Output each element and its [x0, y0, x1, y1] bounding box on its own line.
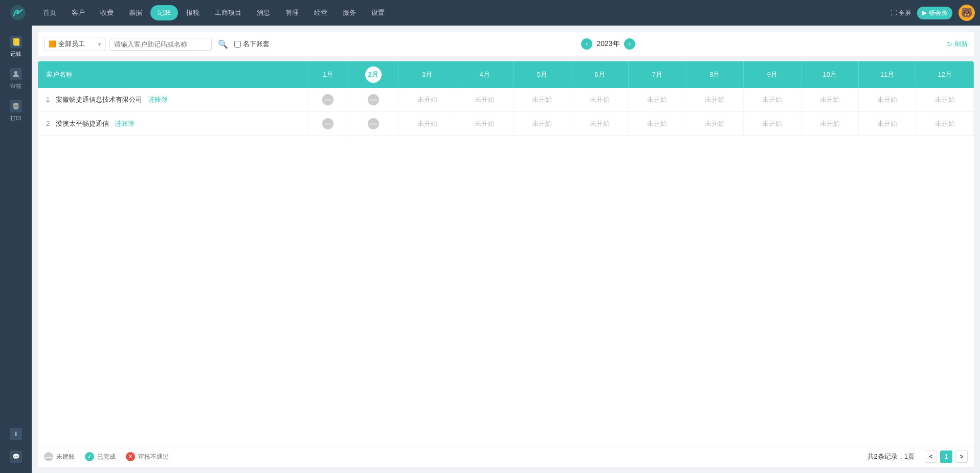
nav-operation[interactable]: 经营 [307, 5, 335, 20]
download-icon: ⬇ [10, 428, 22, 440]
fullscreen-icon: ⛶ [890, 9, 897, 16]
vip-label: 畅会员 [929, 9, 947, 17]
audit-icon [10, 68, 22, 80]
accounting-table: 客户名称 1月 2月 3月 4月 5月 6月 [38, 61, 974, 446]
table-scroll-area[interactable]: 客户名称 1月 2月 3月 4月 5月 6月 [38, 61, 974, 446]
row2-month11: 未开始 [858, 112, 916, 136]
legend-rejected-icon: ✕ [126, 452, 135, 461]
prev-year-button[interactable]: ‹ [581, 38, 592, 50]
status-dash-icon: — [368, 118, 379, 129]
row2-month4: 未开始 [456, 112, 513, 136]
next-page-button[interactable]: > [955, 451, 968, 463]
row2-month10: 未开始 [801, 112, 858, 136]
row1-month5: 未开始 [514, 88, 571, 112]
col-month-9: 9月 [744, 61, 801, 88]
accounting-icon: 📒 [10, 36, 22, 48]
sidebar-item-chat[interactable]: 💬 [10, 445, 22, 468]
year-navigation: ‹ 2023年 › [581, 38, 635, 50]
legend-not-started-label: 未建账 [56, 453, 75, 461]
legend-rejected-label: 审核不通过 [138, 453, 169, 461]
col-month-4: 4月 [456, 61, 513, 88]
mine-filter-checkbox[interactable] [234, 41, 241, 48]
sidebar-print-label: 打印 [10, 115, 21, 122]
row2-month9: 未开始 [744, 112, 801, 136]
search-button[interactable]: 🔍 [216, 38, 230, 50]
row1-month3: 未开始 [398, 88, 456, 112]
legend-completed-icon: ✓ [85, 452, 94, 461]
col-month-3: 3月 [398, 61, 456, 88]
row1-month2: — [348, 88, 398, 112]
prev-page-button[interactable]: < [925, 451, 937, 463]
vip-button[interactable]: ▶ 畅会员 [917, 7, 952, 19]
total-records: 共2条记录，1页 [867, 452, 915, 461]
nav-tax[interactable]: 报税 [179, 5, 207, 20]
col-month-1: 1月 [308, 61, 348, 88]
sidebar-item-print[interactable]: 打印 [0, 95, 32, 127]
col-month-8: 8月 [686, 61, 743, 88]
main-layout: 📒 记账 审核 打印 ⬇ [0, 26, 980, 473]
row2-month8: 未开始 [686, 112, 743, 136]
col-month-12: 12月 [916, 61, 974, 88]
row1-month10: 未开始 [801, 88, 858, 112]
employee-select[interactable]: 🟧 全部员工 ▾ [44, 37, 105, 51]
row1-month7: 未开始 [629, 88, 686, 112]
print-icon [10, 100, 22, 112]
sidebar-item-accounting[interactable]: 📒 记账 [0, 31, 32, 63]
top-navigation: 首页 客户 收费 票据 记账 报税 工商项目 消息 管理 经营 服务 设置 ⛶ … [0, 0, 980, 26]
employee-select-text: 全部员工 [58, 39, 96, 49]
table-row: 2 漠澳太平畅捷通信 进账簿 — — 未开始 未开始 未开始 未开始 未开始 未… [38, 112, 974, 136]
nav-settings[interactable]: 设置 [364, 5, 392, 20]
month-1-label: 1月 [323, 71, 333, 78]
month-2-active: 2月 [365, 66, 382, 83]
col-month-10: 10月 [801, 61, 858, 88]
row2-month2: — [348, 112, 398, 136]
nav-home[interactable]: 首页 [36, 5, 63, 20]
mine-filter-label[interactable]: 名下账套 [234, 39, 270, 49]
legend-rejected: ✕ 审核不通过 [126, 452, 169, 461]
row-num-1: 1 [46, 96, 50, 103]
nav-manage[interactable]: 管理 [278, 5, 306, 20]
logo [5, 5, 31, 21]
enter-ledger-link-1[interactable]: 进账簿 [148, 96, 168, 103]
refresh-button[interactable]: ↻ 刷新 [947, 39, 968, 49]
col-month-2: 2月 [348, 61, 398, 88]
row2-month3: 未开始 [398, 112, 456, 136]
table-row: 1 安徽畅捷通信息技术有限公司 进账簿 — — 未开始 未开始 未开始 未开始 … [38, 88, 974, 112]
col-month-11: 11月 [858, 61, 916, 88]
chevron-down-icon: ▾ [98, 41, 101, 47]
page-1-button[interactable]: 1 [940, 451, 952, 463]
nav-customer[interactable]: 客户 [64, 5, 92, 20]
refresh-label: 刷新 [954, 39, 968, 49]
svg-point-2 [14, 71, 17, 74]
nav-billing[interactable]: 收费 [93, 5, 121, 20]
avatar[interactable]: 🐻 [959, 5, 975, 21]
enter-ledger-link-2[interactable]: 进账簿 [115, 120, 135, 127]
row-num-2: 2 [46, 120, 50, 127]
mine-filter-text: 名下账套 [243, 39, 270, 49]
svg-point-1 [16, 11, 19, 14]
legend-not-started-icon: — [44, 452, 53, 461]
sidebar-item-download[interactable]: ⬇ [10, 423, 22, 445]
col-client-name: 客户名称 [38, 61, 308, 88]
status-dash-icon: — [322, 94, 333, 105]
nav-message[interactable]: 消息 [250, 5, 277, 20]
next-year-button[interactable]: › [624, 38, 635, 50]
nav-business[interactable]: 工商项目 [208, 5, 249, 20]
nav-service[interactable]: 服务 [336, 5, 363, 20]
nav-invoice[interactable]: 票据 [122, 5, 149, 20]
vip-icon: ▶ [922, 9, 927, 16]
legend-completed-label: 已完成 [97, 453, 116, 461]
toolbar: 🟧 全部员工 ▾ 🔍 名下账套 ‹ 2023年 › ↻ 刷新 [38, 32, 974, 56]
sidebar-item-audit[interactable]: 审核 [0, 63, 32, 95]
fullscreen-button[interactable]: ⛶ 全屏 [890, 9, 911, 17]
row1-month9: 未开始 [744, 88, 801, 112]
sidebar-accounting-label: 记账 [10, 50, 21, 58]
search-input[interactable] [109, 38, 212, 51]
employee-icon: 🟧 [49, 40, 56, 48]
footer: — 未建账 ✓ 已完成 ✕ 审核不通过 共2条记录，1页 < 1 > [38, 446, 974, 467]
legend-not-started: — 未建账 [44, 452, 75, 461]
legend-completed: ✓ 已完成 [85, 452, 116, 461]
row2-month5: 未开始 [514, 112, 571, 136]
nav-accounting[interactable]: 记账 [150, 5, 178, 20]
chat-icon: 💬 [10, 451, 22, 463]
